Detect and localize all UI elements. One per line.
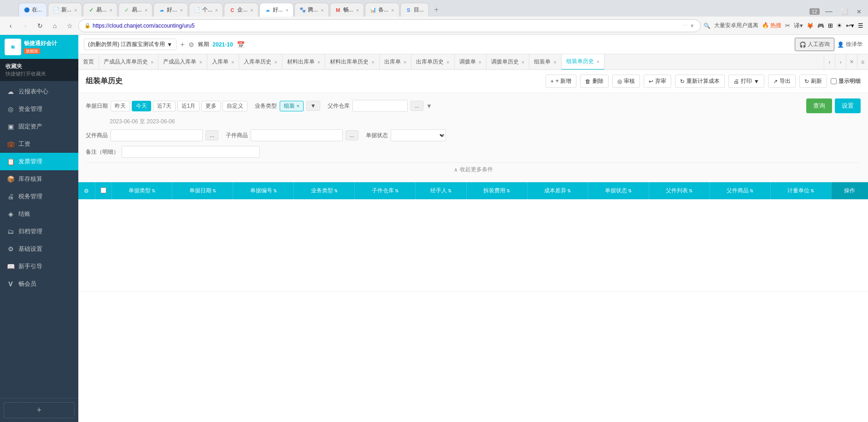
date-btn-1month[interactable]: 近1月 [177, 101, 200, 111]
parent-goods-more-btn[interactable]: ... [205, 130, 218, 140]
business-tag-remove[interactable]: × [296, 103, 299, 109]
window-minimize[interactable]: — [822, 6, 835, 17]
toolbar-undo[interactable]: ↩▾ [846, 22, 854, 29]
notes-input[interactable] [122, 146, 260, 158]
tab-close-allocation-history[interactable]: × [522, 59, 524, 65]
sidebar-item-archive[interactable]: 🗂 归档管理 [0, 223, 78, 240]
home-button[interactable]: ⌂ [49, 20, 61, 32]
sidebar-item-fixed-assets[interactable]: ▣ 固定资产 [0, 118, 78, 135]
company-select[interactable]: (勿删勿禁用) 江西服宝测试专用 ▼ [84, 39, 176, 50]
tab-prev-arrow[interactable]: ‹ [824, 54, 835, 70]
address-bar[interactable]: 🔒 https://cloud.chanjet.com/accounting/u… [78, 19, 701, 32]
add-button[interactable]: + + 新增 [545, 75, 576, 88]
th-parent-goods[interactable]: 父件商品 ⇅ [710, 182, 770, 199]
th-checkbox[interactable] [95, 182, 111, 199]
sidebar-item-invoice[interactable]: 📋 发票管理 [0, 153, 78, 170]
browser-tab-4[interactable]: ✓ 易... × [118, 3, 152, 17]
tab-allocation-history[interactable]: 调拨单历史 × [487, 54, 529, 70]
toolbar-grid[interactable]: ⊞ [828, 22, 833, 29]
tab-close-all[interactable]: ✕ [846, 54, 857, 70]
sidebar-item-cloud-report[interactable]: ☁ 云报表中心 [0, 83, 78, 100]
browser-tab-8[interactable]: ☁ 好... × [259, 3, 293, 17]
show-detail-checkbox-label[interactable]: 显示明细 [831, 77, 861, 85]
sidebar-item-inventory[interactable]: 📦 库存核算 [0, 170, 78, 188]
date-btn-today[interactable]: 今天 [132, 101, 151, 111]
unaudit-button[interactable]: ↩ 弃审 [644, 75, 671, 88]
refresh-button[interactable]: ↻ 刷新 [799, 75, 827, 88]
period-calendar-icon[interactable]: 📅 [237, 41, 245, 48]
audit-button[interactable]: ◎ 审核 [612, 75, 640, 88]
tab-close-in-order[interactable]: × [231, 59, 234, 65]
settings-company-button[interactable]: ⚙ [188, 41, 194, 48]
recalculate-button[interactable]: ↻ 重新计算成本 [675, 75, 725, 88]
tab-allocation[interactable]: 调拨单 × [455, 54, 487, 70]
browser-tab-6[interactable]: 📄 个... × [189, 3, 223, 17]
parent-warehouse-more-btn[interactable]: ... [411, 101, 423, 111]
th-bill-status[interactable]: 单据状态 ⇅ [588, 182, 649, 199]
parent-warehouse-input[interactable] [352, 100, 408, 112]
bookmark-button[interactable]: ☆ [64, 20, 76, 32]
browser-tab-5[interactable]: ☁ 好... × [153, 3, 188, 17]
tab-close-out-history[interactable]: × [446, 59, 449, 65]
toolbar-game[interactable]: 🎮 [817, 23, 824, 29]
tab-in-order[interactable]: 入库单 × [207, 54, 239, 70]
th-handler[interactable]: 经手人 ⇅ [416, 182, 467, 199]
settings-button[interactable]: 设置 [835, 98, 861, 113]
browser-tab-10[interactable]: M 畅... × [330, 3, 364, 17]
toolbar-translate[interactable]: 译▾ [794, 22, 803, 30]
sidebar-item-fund[interactable]: ◎ 资金管理 [0, 100, 78, 118]
tab-material-out-history[interactable]: 材料出库单历史 × [325, 54, 379, 70]
add-btn-sidebar[interactable]: + [4, 402, 75, 418]
tab-close-production-in-history[interactable]: × [151, 59, 153, 65]
reload-button[interactable]: ↻ [34, 20, 46, 32]
tab-close-production-in[interactable]: × [199, 59, 202, 65]
toolbar-brightness[interactable]: ☀ [837, 22, 842, 29]
browser-tab-9[interactable]: 🐾 腾... × [294, 3, 328, 17]
delete-button[interactable]: 🗑 删除 [580, 75, 609, 88]
tab-material-out[interactable]: 材料出库单 × [282, 54, 325, 70]
browser-tab-11[interactable]: 📊 各... × [365, 3, 399, 17]
date-btn-more[interactable]: 更多 [201, 101, 221, 111]
window-close[interactable]: ✕ [854, 7, 864, 16]
tab-close-allocation[interactable]: × [479, 59, 481, 65]
child-goods-more-btn[interactable]: ... [346, 130, 358, 140]
sidebar-item-tax[interactable]: 🖨 税务管理 [0, 188, 78, 205]
help-button[interactable]: 🎧 人工咨询 [795, 38, 834, 51]
hot-search[interactable]: 🔥 热搜 [762, 22, 781, 29]
collapse-more-conditions[interactable]: ∧ 收起更多条件 [86, 162, 861, 176]
tab-close-material-out-history[interactable]: × [371, 59, 374, 65]
child-goods-input[interactable] [251, 129, 343, 141]
select-all-checkbox[interactable] [100, 187, 106, 193]
th-child-warehouse[interactable]: 子件仓库 ⇅ [355, 182, 416, 199]
tab-close-assembly-history[interactable]: × [597, 59, 599, 64]
tab-out-order[interactable]: 出库单 × [380, 54, 411, 70]
th-bill-no[interactable]: 单据编号 ⇅ [233, 182, 294, 199]
browser-tab-1[interactable]: 🔵 在... [18, 3, 47, 17]
tab-next-arrow[interactable]: › [835, 54, 846, 70]
tab-assembly[interactable]: 组装单 × [529, 54, 561, 70]
order-status-select[interactable] [391, 129, 446, 141]
th-parent-list[interactable]: 父件列表 ⇅ [649, 182, 710, 199]
print-button[interactable]: 🖨 打印 ▼ [728, 75, 764, 88]
parent-goods-input[interactable] [111, 129, 203, 141]
tab-production-in-history[interactable]: 产成品入库单历史 × [99, 54, 158, 70]
browser-tab-7[interactable]: C 企... × [224, 3, 258, 17]
date-btn-7days[interactable]: 近7天 [153, 101, 176, 111]
toolbar-emoji[interactable]: 🦊 [807, 23, 814, 29]
toolbar-scissors[interactable]: ✂ [785, 22, 790, 29]
query-button[interactable]: 查询 [806, 98, 832, 113]
tab-home[interactable]: 首页 [78, 54, 99, 70]
th-bill-date[interactable]: 单据日期 ⇅ [172, 182, 233, 199]
sidebar-item-settlement[interactable]: ◈ 结账 [0, 205, 78, 223]
tab-close-in-history[interactable]: × [274, 59, 277, 65]
tab-assembly-history[interactable]: 组装单历史 × [562, 54, 604, 70]
th-dismantling-fee[interactable]: 拆装费用 ⇅ [466, 182, 527, 199]
forward-button[interactable]: › [19, 20, 31, 32]
th-bill-type[interactable]: 单据类型 ⇅ [111, 182, 172, 199]
sidebar-favorite[interactable]: 收藏夹 快捷键打开收藏夹 [0, 59, 78, 81]
window-maximize[interactable]: ⬜ [838, 7, 851, 16]
tab-production-in[interactable]: 产成品入库单 × [158, 54, 207, 70]
export-button[interactable]: ↗ 导出 [768, 75, 796, 88]
date-btn-custom[interactable]: 自定义 [223, 101, 247, 111]
column-settings-icon[interactable]: ⚙ [84, 188, 89, 194]
